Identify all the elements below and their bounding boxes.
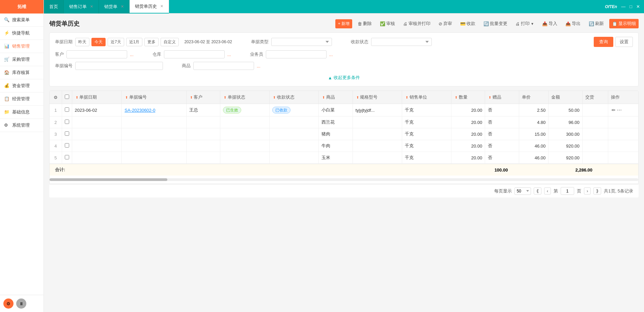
query-button[interactable]: 查询 [594,37,613,47]
cell-doc-no[interactable]: SA-20230602-0 [122,104,186,116]
horizontal-scrollbar[interactable] [50,178,638,181]
first-page-button[interactable]: ⟪ [534,187,541,194]
sidebar-item-inventory-calc[interactable]: 🏠 库存核算 [0,66,44,79]
window-minimize[interactable]: — [621,4,625,9]
cell-doc-no[interactable] [122,116,186,128]
date-btn-yesterday[interactable]: 昨天 [75,38,89,46]
cell-gift: 否 [485,104,519,116]
more-button[interactable]: ⋯ [616,107,622,113]
print-button[interactable]: 🖨 打印 ▼ [513,19,537,28]
collapse-filter-button[interactable]: ▲ 收起更多条件 [325,73,363,82]
th-unit[interactable]: ⬆ 销售单位 [402,91,451,104]
show-detail-button[interactable]: 📋 显示明细 [609,19,639,28]
tab-sales-order-close[interactable]: ✕ [90,4,93,9]
window-close[interactable]: ✕ [636,4,640,9]
sidebar-item-ops-mgmt[interactable]: 📋 经营管理 [0,93,44,106]
salesperson-dots[interactable]: ... [329,52,333,57]
new-button[interactable]: + 新增 [335,19,352,28]
product-input[interactable] [193,62,254,70]
audit-print-button[interactable]: 🖨 审核并打印 [400,19,433,28]
abandon-icon: ⊘ [439,21,442,26]
refresh-button[interactable]: 🔃 刷新 [586,19,607,28]
sidebar-item-basic-info[interactable]: 📁 基础信息 [0,106,44,119]
product-dots[interactable]: ... [257,63,260,69]
settings-button[interactable]: 设置 [615,37,633,47]
delete-button[interactable]: 🗑 删除 [355,19,374,28]
select-all-checkbox[interactable] [65,95,69,99]
payment-status-select[interactable] [371,38,432,46]
sidebar-item-sales-mgmt[interactable]: 📊 销售管理 [0,40,44,53]
page-size-label: 每页显示 [494,188,512,194]
total-amount: 2,286.00 [575,167,592,173]
sidebar-collapse-button[interactable]: ⏸ [16,298,26,309]
sidebar-item-quick-nav[interactable]: ⚡ 快捷导航 [0,27,44,40]
tab-home[interactable]: 首页 [44,0,64,14]
date-btn-more[interactable]: 更多 [144,38,159,46]
cell-doc-no[interactable] [122,152,186,164]
cell-checkbox[interactable] [62,104,72,116]
tab-sales-history-close[interactable]: ✕ [160,4,163,8]
cell-checkbox[interactable] [62,140,72,152]
window-maximize[interactable]: □ [629,4,632,9]
cell-doc-no[interactable] [122,140,186,152]
th-settings[interactable]: ⚙ [50,91,62,104]
th-doc-no[interactable]: ⬆ 单据编号 [122,91,186,104]
warehouse-input[interactable] [164,50,225,58]
salesperson-input[interactable] [266,50,327,58]
next-page-button[interactable]: › [584,187,591,194]
th-qty[interactable]: ⬆ 数量 [451,91,485,104]
column-settings-icon[interactable]: ⚙ [54,95,58,100]
sidebar-item-sys-mgmt[interactable]: ⚙ 系统管理 [0,119,44,132]
edit-button[interactable]: ✏ [611,107,616,113]
cell-doc-date [72,140,122,152]
salesperson-label: 业务员 [250,51,263,57]
cell-action [608,152,638,164]
tab-sales-delivery-close[interactable]: ✕ [121,4,124,9]
cell-checkbox[interactable] [62,152,72,164]
collect-button[interactable]: 💳 收款 [457,19,478,28]
page-number-input[interactable] [561,187,574,195]
cell-checkbox[interactable] [62,128,72,140]
th-doc-date[interactable]: ⬆ 单据日期 [72,91,122,104]
cell-checkbox[interactable] [62,116,72,128]
customer-dots[interactable]: ... [130,52,134,57]
tab-sales-order[interactable]: 销售订单 ✕ [64,0,99,14]
date-btn-1month[interactable]: 近1月 [126,38,143,46]
th-doc-status[interactable]: ⬆ 单据状态 [220,91,269,104]
import-button[interactable]: 📥 导入 [539,19,560,28]
th-product[interactable]: ⬆ 商品 [319,91,353,104]
sidebar-settings-button[interactable]: ⚙ [3,298,13,309]
filter-row-2: 客户 ... 仓库 ... 业务员 ... [55,50,633,58]
sidebar-item-search-menu[interactable]: 🔍 搜索菜单 [0,14,44,27]
audit-button[interactable]: ✅ 审核 [377,19,398,28]
sidebar-logo: 拓维 [0,0,44,14]
date-btn-custom[interactable]: 自定义 [161,38,179,46]
warehouse-label: 仓库 [152,51,161,57]
cell-doc-no[interactable] [122,128,186,140]
th-customer[interactable]: ⬆ 客户 [186,91,220,104]
th-amount: 金额 [549,91,582,104]
last-page-button[interactable]: ⟫ [593,187,601,194]
filter-product: 商品 ... [182,62,260,70]
prev-page-button[interactable]: ‹ [544,187,551,194]
date-btn-7days[interactable]: 近7天 [108,38,124,46]
export-button[interactable]: 📤 导出 [563,19,583,28]
page-size-select[interactable]: 50 100 [514,187,531,195]
doc-type-select[interactable] [271,38,332,46]
data-table: ⚙ ⬆ 单据日期 ⬆ 单据编号 [49,90,639,184]
th-spec[interactable]: ⬆ 规格型号 [353,91,402,104]
batch-change-button[interactable]: 🔄 批量变更 [481,19,510,28]
sidebar-item-fund-mgmt[interactable]: 💰 资金管理 [0,79,44,93]
cell-payment-status: 已收款 [270,104,319,116]
customer-input[interactable] [66,50,127,58]
tab-sales-delivery[interactable]: 销货单 ✕ [99,0,130,14]
tab-sales-history[interactable]: 销货单历史 ✕ [130,0,169,14]
sidebar: 拓维 🔍 搜索菜单 ⚡ 快捷导航 📊 销售管理 🛒 采购管理 🏠 库存核算 💰 … [0,0,44,312]
doc-no-input[interactable] [75,62,163,70]
th-gift[interactable]: ⬆ 赠品 [485,91,519,104]
warehouse-dots[interactable]: ... [227,52,231,57]
abandon-button[interactable]: ⊘ 弃审 [436,19,455,28]
date-btn-today[interactable]: 今天 [91,38,106,46]
th-payment-status[interactable]: ⬆ 收款状态 [270,91,319,104]
sidebar-item-purchase-mgmt[interactable]: 🛒 采购管理 [0,53,44,66]
